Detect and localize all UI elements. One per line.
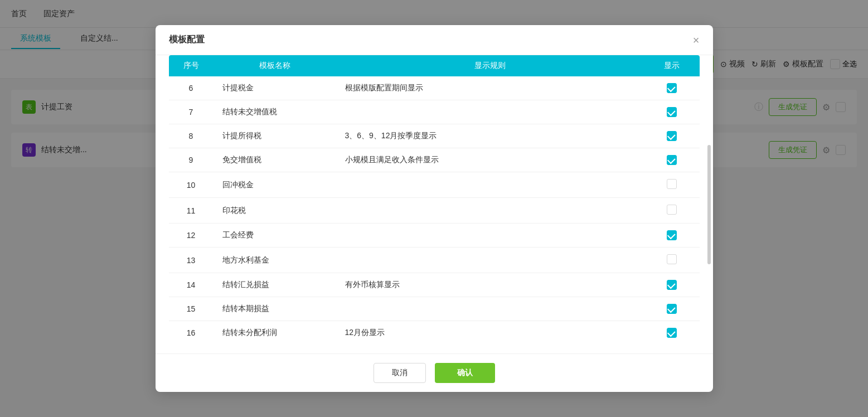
modal-body: 序号 模板名称 显示规则 显示 6计提税金根据模版配置期间显示7结转未交增值税8… [156, 55, 713, 353]
row-checkbox-14[interactable] [667, 280, 677, 290]
row-checkbox-6[interactable] [667, 83, 677, 93]
row-checkbox-7[interactable] [667, 107, 677, 117]
row-checkbox-13[interactable] [667, 254, 677, 264]
row-name: 结转未交增值税 [214, 100, 336, 124]
row-id: 8 [169, 124, 214, 148]
table-row: 9免交增值税小规模且满足收入条件显示 [169, 148, 700, 172]
table-header: 序号 模板名称 显示规则 显示 [169, 55, 700, 76]
row-display [644, 248, 700, 273]
table-row: 12工会经费 [169, 224, 700, 248]
table-row: 13地方水利基金 [169, 248, 700, 273]
row-rule: 3、6、9、12月按季度显示 [336, 124, 644, 148]
table-body: 6计提税金根据模版配置期间显示7结转未交增值税8计提所得税3、6、9、12月按季… [169, 76, 700, 345]
row-rule: 小规模且满足收入条件显示 [336, 148, 644, 172]
row-rule [336, 198, 644, 224]
row-id: 10 [169, 172, 214, 198]
row-rule: 根据模版配置期间显示 [336, 76, 644, 100]
row-rule: 有外币核算显示 [336, 273, 644, 297]
modal-template-config: 模板配置 × 序号 模板名称 显示规则 显示 6计提税金根据模版配置期间显示7结… [156, 25, 713, 392]
row-rule [336, 224, 644, 248]
row-id: 11 [169, 198, 214, 224]
row-id: 7 [169, 100, 214, 124]
row-checkbox-15[interactable] [667, 304, 677, 314]
row-id: 14 [169, 273, 214, 297]
modal-overlay: 模板配置 × 序号 模板名称 显示规则 显示 6计提税金根据模版配置期间显示7结… [0, 0, 868, 417]
row-display [644, 273, 700, 297]
row-display [644, 172, 700, 198]
modal-footer: 取消 确认 [156, 353, 713, 392]
row-rule [336, 100, 644, 124]
row-id: 12 [169, 224, 214, 248]
row-display [644, 297, 700, 321]
row-display [644, 224, 700, 248]
row-display [644, 198, 700, 224]
row-name: 回冲税金 [214, 172, 336, 198]
scrollbar[interactable] [707, 145, 711, 264]
modal-close-button[interactable]: × [693, 35, 700, 46]
row-display [644, 100, 700, 124]
row-id: 15 [169, 297, 214, 321]
row-name: 计提税金 [214, 76, 336, 100]
col-header-display: 显示 [644, 55, 700, 76]
table-row: 6计提税金根据模版配置期间显示 [169, 76, 700, 100]
row-name: 工会经费 [214, 224, 336, 248]
table-row: 16结转未分配利润12月份显示 [169, 321, 700, 345]
table-row: 7结转未交增值税 [169, 100, 700, 124]
row-checkbox-8[interactable] [667, 131, 677, 141]
table-row: 15结转本期损益 [169, 297, 700, 321]
row-id: 9 [169, 148, 214, 172]
row-checkbox-9[interactable] [667, 155, 677, 165]
row-name: 免交增值税 [214, 148, 336, 172]
row-name: 结转汇兑损益 [214, 273, 336, 297]
col-header-name: 模板名称 [214, 55, 336, 76]
col-header-id: 序号 [169, 55, 214, 76]
row-rule: 12月份显示 [336, 321, 644, 345]
cancel-button[interactable]: 取消 [374, 363, 426, 383]
row-checkbox-10[interactable] [667, 179, 677, 189]
row-checkbox-16[interactable] [667, 328, 677, 338]
row-display [644, 124, 700, 148]
row-rule [336, 297, 644, 321]
row-display [644, 76, 700, 100]
table-row: 14结转汇兑损益有外币核算显示 [169, 273, 700, 297]
col-header-rule: 显示规则 [336, 55, 644, 76]
row-name: 结转未分配利润 [214, 321, 336, 345]
row-name: 地方水利基金 [214, 248, 336, 273]
table-row: 11印花税 [169, 198, 700, 224]
config-table: 序号 模板名称 显示规则 显示 6计提税金根据模版配置期间显示7结转未交增值税8… [169, 55, 700, 345]
table-row: 8计提所得税3、6、9、12月按季度显示 [169, 124, 700, 148]
row-display [644, 321, 700, 345]
row-checkbox-12[interactable] [667, 230, 677, 240]
row-id: 16 [169, 321, 214, 345]
modal-title: 模板配置 [169, 34, 205, 46]
confirm-button[interactable]: 确认 [435, 363, 495, 383]
row-id: 13 [169, 248, 214, 273]
row-name: 印花税 [214, 198, 336, 224]
row-id: 6 [169, 76, 214, 100]
table-row: 10回冲税金 [169, 172, 700, 198]
row-display [644, 148, 700, 172]
row-checkbox-11[interactable] [667, 205, 677, 215]
modal-header: 模板配置 × [156, 25, 713, 55]
row-rule [336, 248, 644, 273]
row-name: 结转本期损益 [214, 297, 336, 321]
row-name: 计提所得税 [214, 124, 336, 148]
row-rule [336, 172, 644, 198]
